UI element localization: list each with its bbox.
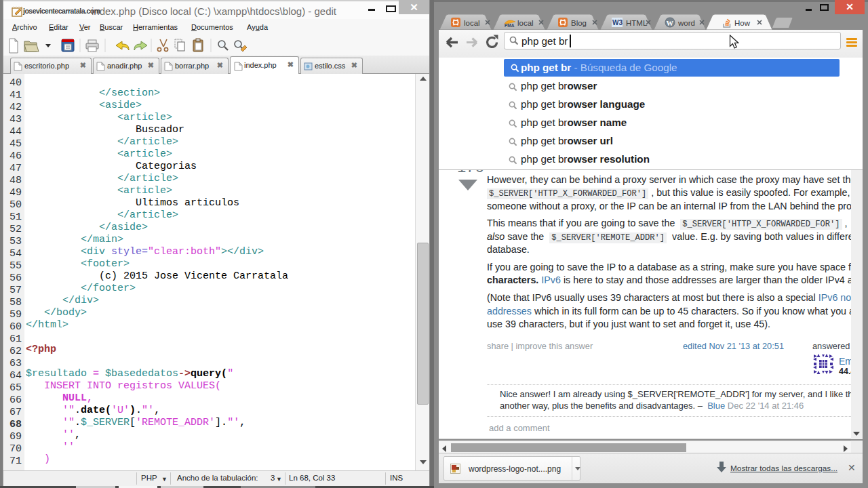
svg-text:HTML: HTML (626, 19, 648, 27)
svg-text:How: How (734, 19, 751, 27)
svg-text:W3: W3 (612, 19, 623, 26)
svg-text:Blog: Blog (571, 19, 587, 27)
svg-text:PMA: PMA (505, 23, 515, 28)
svg-text:local: local (464, 19, 480, 27)
svg-text:W: W (667, 20, 674, 27)
svg-text:local: local (517, 19, 534, 27)
svg-text:word: word (677, 19, 695, 27)
